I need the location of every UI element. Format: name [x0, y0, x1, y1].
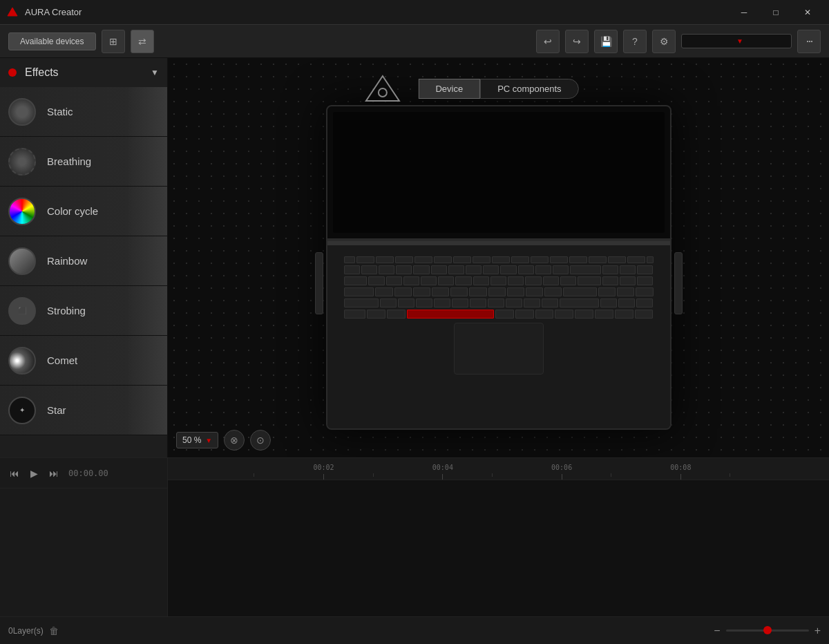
save-icon: 💾 — [600, 36, 612, 47]
grid-icon: ⊞ — [109, 36, 117, 47]
timeline-sidebar: ⏮ ▶ ⏭ 00:00.00 — [0, 458, 168, 616]
available-devices-button[interactable]: Available devices — [8, 32, 96, 50]
settings-icon: ⚙ — [660, 36, 669, 47]
color-cycle-label: Color cycle — [47, 205, 98, 217]
canvas-area: Device PC components — [168, 58, 829, 457]
redo-icon: ↪ — [573, 36, 581, 47]
chevron-down-icon: ▼ — [205, 437, 212, 444]
timeline-area: ⏮ ▶ ⏭ 00:00.00 00:02 00:04 00:06 — [0, 457, 829, 616]
timeline-play-button[interactable]: ▶ — [29, 466, 39, 480]
zoom-controls: − + — [714, 625, 821, 637]
device-tabs: Device PC components — [418, 79, 578, 99]
ruler-label-04: 00:04 — [432, 464, 453, 474]
sync-icon: ⇄ — [138, 36, 146, 47]
toolbar: Available devices ⊞ ⇄ ↩ ↪ 💾 ? ⚙ ▼ ··· — [0, 25, 829, 58]
zoom-slider[interactable] — [726, 629, 809, 632]
strobing-icon: ⬛ — [8, 297, 36, 325]
layer-count-label: 0Layer(s) — [8, 626, 44, 636]
effect-item-comet[interactable]: Comet — [0, 336, 167, 386]
delete-layer-button[interactable]: 🗑 — [49, 625, 59, 636]
effect-item-star[interactable]: ✦ Star — [0, 386, 167, 435]
zoom-value: 50 % — [182, 435, 201, 445]
static-label: Static — [47, 106, 73, 117]
zoom-dropdown[interactable]: 50 % ▼ — [176, 432, 218, 448]
app-icon — [6, 6, 19, 19]
breathing-label: Breathing — [47, 155, 91, 167]
effects-indicator — [8, 68, 17, 77]
record-icon: ⊙ — [256, 435, 265, 446]
more-options-button[interactable]: ··· — [797, 30, 821, 53]
static-icon — [8, 98, 36, 126]
save-button[interactable]: 💾 — [594, 30, 618, 53]
effect-item-color-cycle[interactable]: Color cycle — [0, 187, 167, 236]
app-container: AURA Creator ─ □ ✕ Available devices ⊞ ⇄… — [0, 0, 829, 644]
timeline-timestamp: 00:00.00 — [68, 468, 108, 478]
svg-point-2 — [378, 88, 386, 97]
star-icon: ✦ — [8, 397, 36, 424]
minimize-button[interactable]: ─ — [728, 0, 760, 25]
effect-item-rainbow[interactable]: Rainbow — [0, 236, 167, 286]
effects-label: Effects — [25, 66, 151, 79]
close-button[interactable]: ✕ — [792, 0, 823, 25]
undo-button[interactable]: ↩ — [536, 30, 560, 53]
zoom-out-button[interactable]: − — [714, 625, 720, 637]
effect-item-static[interactable]: Static — [0, 87, 167, 137]
profile-dropdown[interactable]: ▼ — [681, 34, 792, 48]
ellipsis-icon: ··· — [806, 34, 812, 48]
pc-components-tab[interactable]: PC components — [480, 79, 579, 99]
record-button[interactable]: ⊙ — [250, 430, 271, 451]
rainbow-icon — [8, 247, 36, 275]
ruler-label-02: 00:02 — [314, 464, 334, 474]
window-controls: ─ □ ✕ — [728, 0, 823, 25]
grid-button[interactable]: ⊞ — [102, 30, 125, 53]
sync-button[interactable]: ⇄ — [131, 30, 154, 53]
breathing-icon — [8, 148, 36, 176]
color-cycle-icon — [8, 198, 36, 225]
ruler-label-08: 00:08 — [670, 464, 691, 474]
redo-button[interactable]: ↪ — [565, 30, 589, 53]
chevron-down-icon: ▼ — [736, 37, 785, 45]
help-button[interactable]: ? — [623, 30, 647, 53]
effect-item-breathing[interactable]: Breathing — [0, 137, 167, 187]
title-bar: AURA Creator ─ □ ✕ — [0, 0, 829, 25]
zoom-in-button[interactable]: + — [814, 625, 821, 637]
status-bar: 0Layer(s) 🗑 − + — [0, 616, 829, 644]
timeline-ruler: 00:02 00:04 00:06 00:08 — [168, 458, 829, 480]
ruler-label-06: 00:06 — [551, 464, 572, 474]
comet-icon — [8, 347, 36, 375]
device-tab[interactable]: Device — [418, 79, 480, 99]
strobing-label: Strobing — [47, 305, 86, 316]
timeline-skip-forward-button[interactable]: ⏭ — [48, 466, 60, 480]
zoom-slider-thumb[interactable] — [763, 626, 772, 634]
timeline-track — [168, 480, 829, 609]
comet-label: Comet — [47, 354, 77, 366]
timeline-main: 00:02 00:04 00:06 00:08 — [168, 458, 829, 616]
star-label: Star — [47, 404, 66, 416]
chevron-down-icon: ▼ — [151, 68, 159, 77]
reset-view-button[interactable]: ⊗ — [224, 430, 245, 451]
effects-header[interactable]: Effects ▼ — [0, 58, 167, 87]
timeline-controls: ⏮ ▶ ⏭ 00:00.00 — [0, 458, 167, 489]
content-row: Effects ▼ Static Breathing Color cycle R… — [0, 58, 829, 457]
effect-item-strobing[interactable]: ⬛ Strobing — [0, 286, 167, 336]
svg-marker-0 — [8, 8, 17, 16]
laptop-visualization — [326, 105, 671, 430]
undo-icon: ↩ — [544, 36, 552, 47]
canvas-controls: 50 % ▼ ⊗ ⊙ — [176, 430, 271, 451]
sidebar: Effects ▼ Static Breathing Color cycle R… — [0, 58, 168, 457]
target-icon: ⊗ — [230, 435, 238, 446]
timeline-skip-back-button[interactable]: ⏮ — [8, 466, 21, 480]
app-title: AURA Creator — [25, 7, 728, 17]
rainbow-label: Rainbow — [47, 255, 87, 267]
help-icon: ? — [632, 36, 638, 47]
maximize-button[interactable]: □ — [760, 0, 792, 25]
rog-logo — [363, 73, 401, 106]
settings-button[interactable]: ⚙ — [652, 30, 676, 53]
